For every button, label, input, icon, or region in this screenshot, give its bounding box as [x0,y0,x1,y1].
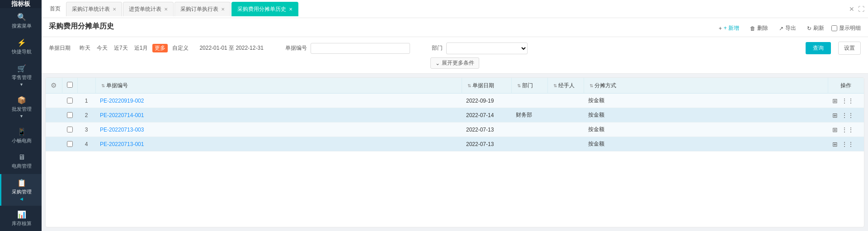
tab-bar: 首页 采购订单统计表 ✕ 进货单统计表 ✕ 采购订单执行表 ✕ 采购费用分摊单历… [42,0,868,18]
more-icon[interactable]: ⋮⋮ [841,112,854,119]
docno-link[interactable]: PE-20220919-002 [100,98,144,104]
col-splitway-label: 分摊方式 [594,82,616,89]
docno-link[interactable]: PE-20220713-001 [100,141,144,147]
cell-checkbox[interactable] [62,123,77,137]
select-all-checkbox[interactable] [67,82,73,88]
docno-input[interactable] [311,43,410,54]
edit-icon[interactable]: ⊞ [832,141,838,148]
close-icon[interactable]: ✕ [289,7,292,12]
tab-label: 采购订单执行表 [180,5,218,13]
cell-docno[interactable]: PE-20220713-003 [95,123,462,137]
edit-icon[interactable]: ⊞ [832,126,838,133]
add-button[interactable]: + + 新增 [715,23,743,33]
sidebar-item-wholesale[interactable]: 📦 批发管理 ▼ [0,91,42,123]
row-checkbox[interactable] [67,112,73,118]
sidebar-item-label: 小畅电商 [12,137,32,144]
edit-icon[interactable]: ⊞ [832,112,838,119]
more-icon[interactable]: ⋮⋮ [841,141,854,148]
cell-handler [547,94,584,108]
expand-label: 展开更多条件 [442,59,474,67]
sidebar-item-search[interactable]: 🔍 搜索菜单 [0,8,42,34]
sidebar-item-label: 批发管理 [12,106,32,113]
shortcut-today[interactable]: 今天 [95,44,109,52]
cell-docno[interactable]: PE-20220919-002 [95,94,462,108]
cell-checkbox[interactable] [62,94,77,108]
shortcut-yesterday[interactable]: 昨天 [78,44,92,52]
main-content: 首页 采购订单统计表 ✕ 进货单统计表 ✕ 采购订单执行表 ✕ 采购费用分摊单历… [42,0,868,231]
docno-link[interactable]: PE-20220713-003 [100,127,144,133]
col-checkbox-header[interactable] [62,78,77,94]
export-icon: ↗ [779,25,783,32]
refresh-label: 刷新 [813,24,824,32]
more-icon[interactable]: ⋮⋮ [841,126,854,133]
close-icon[interactable]: ✕ [164,7,168,12]
mobile-icon: 📱 [17,127,26,136]
date-range-display: 2022-01-01 至 2022-12-31 [199,44,263,52]
settings-gear-icon[interactable]: ⚙ [51,81,57,89]
dept-select[interactable] [446,42,528,54]
tab-label: 进货单统计表 [129,5,161,13]
close-icon[interactable]: ✕ [221,7,225,12]
settings-button[interactable]: 设置 [838,42,861,55]
docno-link[interactable]: PE-20220714-001 [100,112,144,118]
shortcut-custom[interactable]: 自定义 [170,44,190,52]
row-checkbox[interactable] [67,127,73,132]
expand-filter-button[interactable]: ⌄ 展开更多条件 [430,57,479,69]
col-handler-header[interactable]: ⇅ 经手人 [547,78,584,94]
table-row: 3 PE-20220713-003 2022-07-13 按金额 ⊞ ⋮⋮ [46,123,864,137]
more-icon[interactable]: ⋮⋮ [841,97,854,104]
sidebar-item-inventory[interactable]: 📊 库存核算 [0,206,42,231]
cell-checkbox[interactable] [62,137,77,151]
export-button[interactable]: ↗ 导出 [775,23,800,33]
cell-docno[interactable]: PE-20220713-001 [95,137,462,151]
sidebar-item-shortcut[interactable]: ⚡ 快捷导航 [0,34,42,60]
shortcut-7days[interactable]: 近7天 [112,44,130,52]
sidebar-item-mobile[interactable]: 📱 小畅电商 [0,123,42,149]
wholesale-icon: 📦 [17,96,26,104]
filter-row-1: 单据日期 昨天 今天 近7天 近1月 更多 自定义 2022-01-01 至 2… [49,42,861,55]
col-docno-label: 单据编号 [106,82,128,89]
docno-filter-label: 单据编号 [285,44,307,52]
sidebar-item-label: 电商管理 [12,163,32,170]
col-docno-header[interactable]: ⇅ 单据编号 [95,78,462,94]
shortcut-1month[interactable]: 近1月 [132,44,150,52]
add-label: + 新增 [724,24,739,32]
cell-settings [46,108,62,123]
cell-action: ⊞ ⋮⋮ [828,123,864,137]
sidebar-item-purchase[interactable]: 📋 采购管理 ◀ [0,174,42,206]
show-columns-checkbox[interactable] [831,25,837,31]
tab-purchase-order-exec[interactable]: 采购订单执行表 ✕ [175,2,231,16]
export-label: 导出 [785,24,796,32]
tab-purchase-order-stat[interactable]: 采购订单统计表 ✕ [66,2,122,16]
row-checkbox[interactable] [67,141,73,147]
retail-icon: 🛒 [17,64,26,73]
col-date-header[interactable]: ⇅ 单据日期 [462,78,511,94]
col-splitway-header[interactable]: ⇅ 分摊方式 [584,78,828,94]
sidebar-item-label: 零售管理 [12,74,32,81]
sidebar-item-ecommerce[interactable]: 🖥 电商管理 [0,149,42,174]
shortcut-more[interactable]: 更多 [152,44,168,52]
cell-docno[interactable]: PE-20220714-001 [95,108,462,123]
row-checkbox[interactable] [67,98,73,104]
tab-actions: ✕ ⛶ [849,5,864,13]
cell-splitway: 按金额 [584,94,828,108]
window-close-icon[interactable]: ✕ [849,5,854,13]
tab-purchase-cost-hist[interactable]: 采购费用分摊单历史 ✕ [231,2,298,16]
cell-date: 2022-09-19 [462,94,511,108]
cell-checkbox[interactable] [62,108,77,123]
tab-inbound-stat[interactable]: 进货单统计表 ✕ [123,2,174,16]
tab-home[interactable]: 首页 [45,5,65,13]
close-icon[interactable]: ✕ [113,7,116,12]
sidebar-item-retail[interactable]: 🛒 零售管理 ▼ [0,60,42,91]
search-button[interactable]: 查询 [806,42,831,54]
cell-action: ⊞ ⋮⋮ [828,108,864,123]
col-settings[interactable]: ⚙ [46,78,62,94]
col-dept-header[interactable]: ⇅ 部门 [511,78,547,94]
edit-icon[interactable]: ⊞ [832,97,838,104]
delete-button[interactable]: 🗑 删除 [746,23,772,33]
cell-handler [547,108,584,123]
show-columns-checkbox-group[interactable]: 显示明细 [831,24,861,32]
window-maximize-icon[interactable]: ⛶ [858,5,864,13]
col-dept-label: 部门 [522,82,533,89]
refresh-button[interactable]: ↻ 刷新 [803,23,828,33]
